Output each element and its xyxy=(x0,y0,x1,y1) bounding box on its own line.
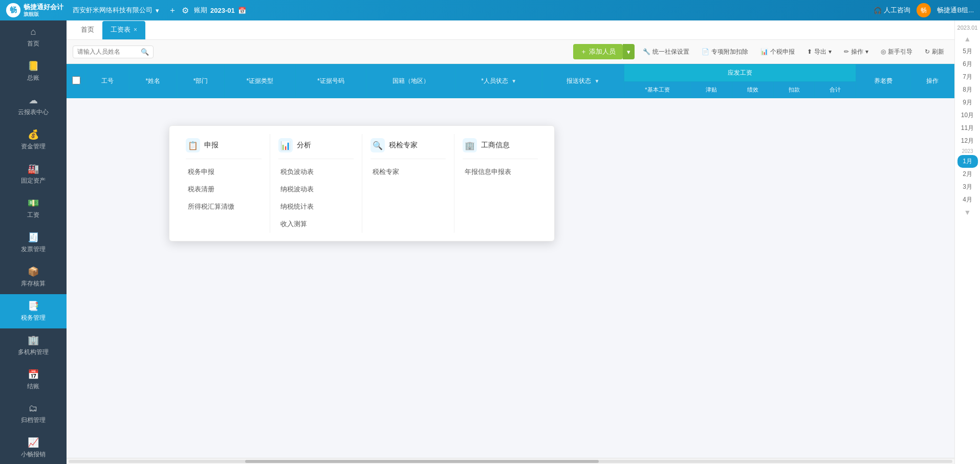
timeline-down-nav[interactable]: ▼ xyxy=(962,206,973,218)
asset-icon: 🏭 xyxy=(28,163,39,174)
settings-icon[interactable]: ⚙ xyxy=(182,6,189,15)
app-version: 旗舰版 xyxy=(24,11,63,17)
menu-item-tax-declare[interactable]: 税务申报 xyxy=(186,163,262,181)
add-company-icon[interactable]: ＋ xyxy=(168,5,177,16)
refresh-icon: ↻ xyxy=(925,48,930,55)
app-logo: 畅 畅捷通好会计 旗舰版 xyxy=(6,3,63,17)
timeline-month-3[interactable]: 3月 xyxy=(957,181,978,193)
menu-item-tax-clear[interactable]: 所得税汇算清缴 xyxy=(186,198,262,215)
timeline-month-8[interactable]: 8月 xyxy=(957,83,978,96)
deduct-icon: 📄 xyxy=(702,48,709,55)
tax-return-button[interactable]: 📊 个税申报 xyxy=(756,46,799,58)
service-label: 人工咨询 xyxy=(884,6,910,15)
company-selector[interactable]: 西安虾米网络科技有限公司 ▾ xyxy=(69,4,163,17)
col-id: 工号 xyxy=(86,64,129,98)
guide-button[interactable]: ◎ 新手引导 xyxy=(877,46,917,58)
insurance-button[interactable]: 🔧 统一社保设置 xyxy=(639,46,693,58)
sidebar-label-ledger: 总账 xyxy=(27,74,39,82)
timeline-panel: 2023.01 ▲ 5月 6月 7月 8月 9月 10月 11月 12月 202… xyxy=(954,20,980,464)
menu-item-tax-burden[interactable]: 税负波动表 xyxy=(278,163,354,181)
category-header-fenxi: 📊 分析 xyxy=(278,134,354,159)
tab-home[interactable]: 首页 xyxy=(73,21,102,39)
status-filter-icon[interactable]: ▼ xyxy=(511,78,516,84)
user-label: 畅捷通B组... xyxy=(937,6,974,15)
main-layout: ⌂ 首页 📒 总账 ☁ 云报表中心 💰 资金管理 🏭 固定资产 💵 工资 🧾 发… xyxy=(0,20,980,464)
select-all-checkbox[interactable] xyxy=(72,76,80,84)
menu-item-tax-expert[interactable]: 税检专家 xyxy=(371,163,446,181)
sidebar-item-fund[interactable]: 💰 资金管理 xyxy=(0,123,67,157)
gongshang-icon: 🏢 xyxy=(463,138,477,152)
sidebar-item-multi[interactable]: 🏢 多机构管理 xyxy=(0,328,67,363)
multi-icon: 🏢 xyxy=(28,335,39,346)
search-input[interactable] xyxy=(77,48,139,55)
menu-category-gongshang: 🏢 工商信息 年报信息申报表 xyxy=(454,134,546,233)
sidebar-item-asset[interactable]: 🏭 固定资产 xyxy=(0,157,67,191)
app-name: 畅捷通好会计 xyxy=(24,3,63,11)
dropdown-arrow-icon[interactable]: ▾ xyxy=(156,7,159,14)
sidebar-item-report[interactable]: 📈 小畅报销 xyxy=(0,431,67,464)
col-deduct: 扣款 xyxy=(773,82,815,98)
sidebar-item-archive[interactable]: 🗂 归档管理 xyxy=(0,397,67,431)
sidebar-item-cloud[interactable]: ☁ 云报表中心 xyxy=(0,89,67,123)
timeline-up-nav[interactable]: ▲ xyxy=(962,33,973,45)
add-person-button[interactable]: ＋ 添加人员 xyxy=(573,44,623,59)
timeline-month-4[interactable]: 4月 xyxy=(957,193,978,206)
export-icon: ⬆ xyxy=(807,48,812,55)
sidebar-item-home[interactable]: ⌂ 首页 xyxy=(0,20,67,54)
category-header-zhuanjia: 🔍 税检专家 xyxy=(371,134,446,159)
service-button[interactable]: 🎧 人工咨询 xyxy=(874,6,910,15)
sidebar-label-inventory: 库存核算 xyxy=(21,279,46,288)
timeline-month-7[interactable]: 7月 xyxy=(957,71,978,83)
sidebar-item-invoice[interactable]: 🧾 发票管理 xyxy=(0,226,67,260)
top-bar: 畅 畅捷通好会计 旗舰版 西安虾米网络科技有限公司 ▾ ＋ ⚙ 账期 2023-… xyxy=(0,0,980,20)
add-person-dropdown[interactable]: ▾ xyxy=(623,44,635,59)
horizontal-scrollbar[interactable] xyxy=(67,458,954,464)
timeline-month-5[interactable]: 5月 xyxy=(957,45,978,58)
menu-item-tax-form[interactable]: 税表清册 xyxy=(186,181,262,198)
operate-button[interactable]: ✏ 操作 ▾ xyxy=(840,46,873,58)
scroll-track xyxy=(69,460,952,463)
home-icon: ⌂ xyxy=(31,27,36,37)
calendar-icon[interactable]: 📅 xyxy=(238,7,246,14)
user-avatar[interactable]: 畅 xyxy=(917,3,931,17)
company-name: 西安虾米网络科技有限公司 xyxy=(73,6,153,15)
headset-icon: 🎧 xyxy=(874,7,882,14)
sidebar-item-period[interactable]: 📅 结账 xyxy=(0,363,67,397)
sidebar-item-inventory[interactable]: 📦 库存核算 xyxy=(0,260,67,294)
col-salary-group: 应发工资 xyxy=(624,64,856,82)
menu-item-income-calc[interactable]: 收入测算 xyxy=(278,215,354,233)
sidebar-item-salary[interactable]: 💵 工资 xyxy=(0,191,67,226)
tab-salary-table[interactable]: 工资表 × xyxy=(102,21,145,39)
dropdown-menu: 📋 申报 税务申报 税表清册 所得税汇算清缴 📊 分析 税负波动表 纳税波动表 … xyxy=(169,125,555,241)
guide-toolbar-icon: ◎ xyxy=(881,48,886,55)
shenb-icon: 📋 xyxy=(186,138,200,152)
salary-table: 工号 *姓名 *部门 *证据类型 *证据号码 国籍（地区） *人员状态 ▼ 报送… xyxy=(67,64,954,98)
sidebar-label-report: 小畅报销 xyxy=(21,450,46,459)
sidebar-item-ledger[interactable]: 📒 总账 xyxy=(0,54,67,89)
special-deduct-button[interactable]: 📄 专项附加扣除 xyxy=(698,46,752,58)
menu-item-tax-stats[interactable]: 纳税统计表 xyxy=(278,198,354,215)
refresh-button[interactable]: ↻ 刷新 xyxy=(921,46,948,58)
timeline-month-10[interactable]: 10月 xyxy=(957,109,978,122)
timeline-month-2[interactable]: 2月 xyxy=(957,168,978,181)
tab-salary-label: 工资表 xyxy=(111,25,130,34)
timeline-month-12[interactable]: 12月 xyxy=(957,135,978,147)
fund-icon: 💰 xyxy=(28,129,39,140)
timeline-month-1-current[interactable]: 1月 xyxy=(957,155,978,168)
timeline-month-11[interactable]: 11月 xyxy=(957,122,978,135)
sidebar-label-cloud: 云报表中心 xyxy=(18,108,49,117)
tab-bar: 首页 工资表 × xyxy=(67,20,954,40)
report-filter-icon[interactable]: ▼ xyxy=(595,78,600,84)
menu-item-annual-report[interactable]: 年报信息申报表 xyxy=(463,163,538,181)
sidebar-label-asset: 固定资产 xyxy=(21,176,46,185)
col-perf: 绩效 xyxy=(732,82,773,98)
sidebar-item-tax[interactable]: 📑 税务管理 xyxy=(0,294,67,328)
year-header: 2023.01 xyxy=(957,23,978,33)
fenxi-icon: 📊 xyxy=(278,138,293,152)
menu-item-tax-fluctuate[interactable]: 纳税波动表 xyxy=(278,181,354,198)
export-button[interactable]: ⬆ 导出 ▾ xyxy=(803,46,836,58)
tab-close-icon[interactable]: × xyxy=(134,26,137,33)
timeline-month-9[interactable]: 9月 xyxy=(957,96,978,109)
period-value: 2023-01 xyxy=(210,7,235,14)
timeline-month-6[interactable]: 6月 xyxy=(957,58,978,71)
